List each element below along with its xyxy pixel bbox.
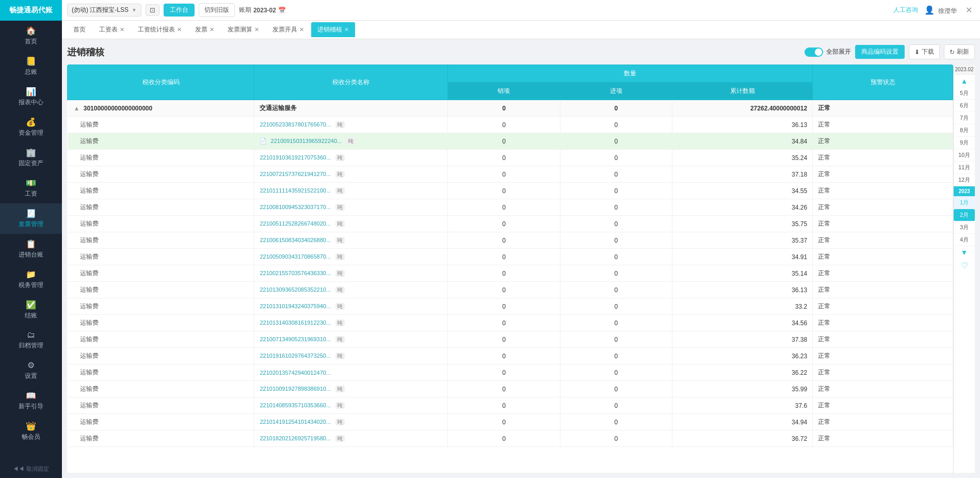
download-button[interactable]: ⬇ 下载 [909, 44, 940, 59]
sidebar-item-sales[interactable]: 📋 进销台账 [0, 234, 62, 264]
cal-month-11[interactable]: 11月 [954, 162, 975, 174]
sidebar-item-settings[interactable]: ⚙ 设置 [0, 355, 62, 386]
cal-month-4[interactable]: 4月 [954, 234, 975, 246]
cal-month-12[interactable]: 12月 [954, 174, 975, 186]
cell-status: 正常 [813, 348, 953, 364]
cal-month-10[interactable]: 10月 [954, 149, 975, 162]
cell-name: 交通运输服务 [254, 100, 448, 117]
table-row[interactable]: 运输费 221007134905231969310... 吨 0 0 37.38… [68, 331, 953, 348]
guide-icon: 📖 [26, 391, 36, 401]
table-row[interactable]: 运输费 221010091927898386910... 吨 0 0 35.99… [68, 381, 953, 397]
table-row[interactable]: 运输费 221018202126925719580... 吨 0 0 36.72… [68, 431, 953, 447]
tab-close-icon[interactable]: ✕ [120, 26, 124, 33]
tab-invoice-calc[interactable]: 发票测算 ✕ [221, 22, 265, 37]
right-panel: 2023.02 ▲ 5月 6月 7月 8月 9月 10月 11月 12月 202… [953, 65, 975, 473]
cell-purchase: 0 [560, 166, 672, 183]
cell-status: 正常 [813, 150, 953, 166]
sidebar-item-funds[interactable]: 💰 资金管理 [0, 112, 62, 142]
cell-sale: 0 [448, 381, 560, 397]
sidebar-item-tax[interactable]: 📁 税务管理 [0, 264, 62, 295]
expand-toggle-wrap: 全部展开 [805, 47, 851, 57]
cell-cumulative: 36.23 [672, 348, 813, 364]
sidebar-item-salary[interactable]: 💵 工资 [0, 173, 62, 203]
workbench-button[interactable]: 工作台 [164, 4, 195, 17]
tab-invoice[interactable]: 发票 ✕ [189, 22, 220, 37]
cell-status: 正常 [813, 232, 953, 249]
sidebar-item-ledger[interactable]: 📒 总账 [0, 51, 62, 82]
archive-icon: 🗂 [27, 330, 35, 340]
company-selector[interactable]: (勿动) 江西报宝-LSS ▼ [67, 4, 141, 17]
copy-icon-btn[interactable]: ⊡ [146, 4, 159, 16]
sidebar-logo: 畅捷通易代账 [0, 0, 62, 21]
tab-invoice-issue[interactable]: 发票开具 ✕ [266, 22, 310, 37]
cell-status: 正常 [813, 331, 953, 348]
table-row[interactable]: 运输费 📄 221009150313965922240... 吨 0 0 34.… [68, 133, 953, 150]
tab-close-active-icon[interactable]: ✕ [344, 26, 349, 33]
tab-close-icon[interactable]: ✕ [299, 26, 304, 33]
switch-version-button[interactable]: 切到旧版 [199, 3, 235, 17]
expand-toggle[interactable] [805, 47, 823, 57]
support-link[interactable]: 人工咨询 [893, 6, 918, 14]
settings-icon: ⚙ [27, 360, 35, 370]
sidebar-item-reports[interactable]: 📊 报表中心 [0, 82, 62, 112]
cal-heart-icon[interactable]: ♡ [954, 259, 975, 273]
sidebar-item-guide[interactable]: 📖 新手引导 [0, 386, 62, 416]
sidebar-item-checkout[interactable]: ✅ 结账 [0, 295, 62, 325]
cell-taxnum: 📄 221009150313965922240... 吨 [254, 133, 448, 150]
cal-up-icon[interactable]: ▲ [954, 75, 975, 87]
table-row[interactable]: 运输费 221011111435921522100... 吨 0 0 34.55… [68, 183, 953, 199]
tab-close-icon[interactable]: ✕ [210, 26, 214, 33]
cell-status: 正常 [813, 216, 953, 232]
table-row[interactable]: 运输费 221008100945323037170... 吨 0 0 34.26… [68, 199, 953, 216]
table-scroll[interactable]: 税收分类编码 税收分类名称 数量 预警状态 销项 进项 累计数额 [67, 65, 953, 473]
home-icon: 🏠 [26, 26, 36, 36]
table-row[interactable]: 运输费 221005090343170865870... 吨 0 0 34.91… [68, 249, 953, 265]
table-row[interactable]: 运输费 221019103619217075360... 吨 0 0 35.24… [68, 150, 953, 166]
cal-month-1[interactable]: 1月 [954, 197, 975, 209]
table-row[interactable]: 运输费 221014191254101434020... 吨 0 0 34.94… [68, 414, 953, 431]
company-label: (勿动) 江西报宝-LSS [72, 6, 128, 14]
table-row[interactable]: 运输费 221005233817801765670... 吨 0 0 36.13… [68, 117, 953, 133]
sidebar-item-label: 首页 [25, 37, 37, 46]
cell-sale: 0 [448, 199, 560, 216]
refresh-button[interactable]: ↻ 刷新 [944, 44, 975, 59]
sidebar-item-member[interactable]: 👑 畅会员 [0, 416, 62, 447]
sidebar-item-archive[interactable]: 🗂 归档管理 [0, 325, 62, 355]
table-row[interactable]: 运输费 221013140308161912230... 吨 0 0 34.56… [68, 315, 953, 331]
cal-month-7[interactable]: 7月 [954, 112, 975, 124]
table-row[interactable]: ▲ 30100000000000000000 交通运输服务 0 0 27262.… [68, 100, 953, 117]
tab-home[interactable]: 首页 [67, 22, 92, 37]
tab-reconciliation[interactable]: 进销稽核 ✕ [311, 22, 355, 37]
pin-icon: ◀◀ [13, 466, 24, 472]
table-row[interactable]: 运输费 221006150834034026880... 吨 0 0 35.37… [68, 232, 953, 249]
table-row[interactable]: 运输费 221013101943240375940... 吨 0 0 33.2 … [68, 298, 953, 315]
calendar-icon[interactable]: 📅 [278, 7, 286, 14]
table-row[interactable]: 运输费 221019161029764373250... 吨 0 0 36.23… [68, 348, 953, 364]
cal-month-9[interactable]: 9月 [954, 137, 975, 149]
close-icon[interactable]: ✕ [963, 5, 975, 15]
sidebar-item-invoice[interactable]: 🧾 发票管理 [0, 203, 62, 234]
sidebar-item-home[interactable]: 🏠 首页 [0, 21, 62, 51]
cell-sale: 0 [448, 364, 560, 381]
tab-salary-stats[interactable]: 工资统计报表 ✕ [132, 22, 188, 37]
tab-close-icon[interactable]: ✕ [254, 26, 259, 33]
table-row[interactable]: 运输费 221007215737621941270... 吨 0 0 37.18… [68, 166, 953, 183]
sidebar-pin[interactable]: ◀◀ 取消固定 [0, 460, 62, 478]
table-row[interactable]: 运输费 221014085935710353660... 吨 0 0 37.6 … [68, 397, 953, 414]
cal-month-2[interactable]: 2月 [954, 209, 975, 221]
cal-month-6[interactable]: 6月 [954, 100, 975, 112]
cal-month-5[interactable]: 5月 [954, 87, 975, 100]
settings-button[interactable]: 商品编码设置 [855, 45, 905, 59]
tab-close-icon[interactable]: ✕ [177, 26, 182, 33]
cal-month-3[interactable]: 3月 [954, 221, 975, 234]
table-row[interactable]: 运输费 221005112528266748020... 吨 0 0 35.75… [68, 216, 953, 232]
tab-salary-table[interactable]: 工资表 ✕ [93, 22, 131, 37]
sidebar-item-assets[interactable]: 🏢 固定资产 [0, 142, 62, 173]
cell-sale: 0 [448, 133, 560, 150]
table-row[interactable]: 运输费 221020135742940012470... 0 0 36.22 正… [68, 364, 953, 381]
table-row[interactable]: 运输费 221013093652085352210... 吨 0 0 36.13… [68, 282, 953, 298]
cal-down-icon[interactable]: ▼ [954, 246, 975, 259]
sidebar: 畅捷通易代账 🏠 首页 📒 总账 📊 报表中心 💰 资金管理 🏢 固定资产 💵 … [0, 0, 62, 478]
cal-month-8[interactable]: 8月 [954, 124, 975, 137]
table-row[interactable]: 运输费 221002155703576436330... 吨 0 0 35.14… [68, 265, 953, 282]
